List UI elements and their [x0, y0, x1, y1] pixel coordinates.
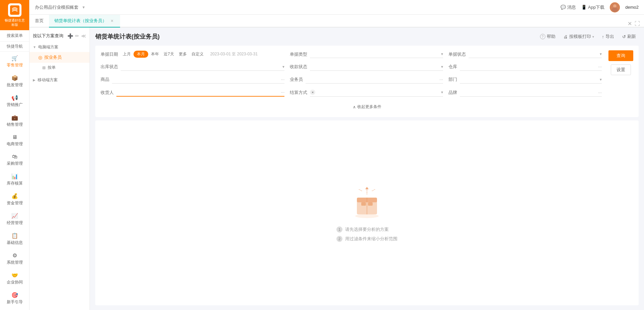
sidebar-item-retail[interactable]: 🛒 零售管理	[0, 52, 29, 71]
page-title-bar: 销货单统计表(按业务员) ? 帮助 🖨 按模板打印 ▾ ↑ 导出	[95, 32, 639, 41]
system-icon: ⚙	[12, 252, 17, 259]
sidebar-item-finance[interactable]: 💰 资金管理	[0, 190, 29, 209]
mobile-section-arrow: ▶	[33, 78, 36, 82]
topbar-right: 💬 消息 📱 App下载 demo2	[560, 2, 639, 12]
sidebar-shortcut[interactable]: 快捷导航	[0, 42, 29, 52]
left-panel: 按以下方案查询 ➕ ✏ ≪ ▼ 电脑端方案 ◎ 按业务员 ⊞ 按	[30, 28, 90, 310]
goods-label: 商品	[101, 76, 109, 83]
message-button[interactable]: 💬 消息	[560, 4, 576, 10]
sidebar-item-basic[interactable]: 📋 基础信息	[0, 229, 29, 249]
edit-scheme-button[interactable]: ✏	[75, 33, 79, 39]
user-avatar[interactable]	[610, 2, 620, 12]
finance-icon: 💰	[11, 193, 18, 199]
date-tab-this-year[interactable]: 本年	[149, 51, 161, 58]
mobile-section-title[interactable]: ▶ 移动端方案	[30, 75, 90, 85]
doc-type-dropdown[interactable]: ▾	[310, 50, 443, 58]
ship-status-dropdown[interactable]: ▾	[121, 63, 284, 71]
newguide-icon: 🎯	[11, 292, 18, 298]
window-controls: ✕ ⛶	[624, 20, 644, 27]
print-button[interactable]: 🖨 按模板打印 ▾	[561, 32, 597, 41]
brand-filter: 品牌 ···	[448, 89, 602, 97]
salesperson-input[interactable]: ···	[306, 75, 443, 84]
section-expand-arrow: ▼	[33, 45, 36, 49]
doc-type-filter: 单据类型 ▾	[290, 50, 443, 58]
desktop-section-title[interactable]: ▼ 电脑端方案	[30, 42, 90, 52]
date-filter: 单据日期 上月 本月 本年 近7天 更多 自定义 2023-03-01 至 20…	[101, 51, 284, 58]
refresh-icon: ↺	[622, 34, 626, 39]
tab-sales-stats[interactable]: 销货单统计表（按业务员） ×	[49, 15, 120, 28]
sidebar-item-appcenter[interactable]: 📱 应用中心	[0, 308, 29, 310]
ship-status-arrow: ▾	[282, 64, 284, 69]
collapse-panel-button[interactable]: ≪	[81, 33, 86, 39]
date-tab-more[interactable]: 更多	[177, 51, 189, 58]
goods-input[interactable]: ···	[112, 75, 284, 84]
breadcrumb-arrow[interactable]: ▾	[83, 5, 85, 10]
export-button[interactable]: ↑ 导出	[599, 32, 617, 41]
sidebar-item-ecommerce[interactable]: 🖥 电商管理	[0, 131, 29, 150]
sidebar-item-operations[interactable]: 📈 经营管理	[0, 209, 29, 229]
svg-rect-8	[361, 202, 366, 206]
add-scheme-button[interactable]: ➕	[67, 33, 73, 39]
settlement-label: 结算方式	[290, 90, 307, 96]
date-tab-this-month[interactable]: 本月	[133, 51, 148, 58]
payment-status-filter: 收款状态 ▾	[290, 63, 443, 71]
doc-status-dropdown[interactable]: ▾	[469, 50, 602, 58]
print-arrow-icon: ▾	[592, 35, 594, 39]
query-button[interactable]: 查询	[608, 50, 633, 61]
settings-button[interactable]: 设置	[611, 64, 631, 75]
sidebar-item-sales[interactable]: 💼 销售管理	[0, 111, 29, 131]
brand-input[interactable]: ···	[460, 89, 602, 97]
sidebar-item-system[interactable]: ⚙ 系统管理	[0, 249, 29, 269]
tab-home[interactable]: 首页	[30, 15, 49, 28]
sidebar-search[interactable]: 搜索菜单	[0, 30, 29, 42]
sidebar-item-marketing[interactable]: 📢 营销推广	[0, 91, 29, 111]
purchase-icon: 🛍	[12, 154, 17, 160]
department-dropdown[interactable]: ▾	[460, 76, 602, 84]
app-download-button[interactable]: 📱 App下载	[581, 4, 604, 10]
consignee-dots: ···	[281, 90, 284, 95]
right-panel: 销货单统计表(按业务员) ? 帮助 🖨 按模板打印 ▾ ↑ 导出	[90, 28, 644, 310]
collapse-icon: ∧	[353, 105, 356, 109]
settlement-input[interactable]: × ▾	[310, 88, 443, 97]
export-icon: ↑	[602, 34, 604, 39]
sidebar-item-enterprise[interactable]: 🤝 企业协同	[0, 269, 29, 289]
payment-status-dropdown[interactable]: ▾	[310, 63, 443, 71]
department-arrow: ▾	[600, 77, 602, 82]
sidebar-item-purchase[interactable]: 🛍 采购管理	[0, 150, 29, 170]
by-order-scheme-item[interactable]: ⊞ 按单	[30, 63, 90, 72]
consignee-input[interactable]: ···	[116, 88, 284, 97]
app-logo[interactable]: 畅捷通好生意 标版	[0, 0, 29, 30]
settlement-arrow: ▾	[441, 90, 443, 95]
refresh-button[interactable]: ↺ 刷新	[620, 32, 639, 41]
enterprise-icon: 🤝	[11, 272, 18, 278]
date-tab-custom[interactable]: 自定义	[190, 51, 206, 58]
desktop-section: ▼ 电脑端方案 ◎ 按业务员 ⊞ 按单	[30, 41, 90, 74]
date-tab-last-7days[interactable]: 近7天	[162, 51, 176, 58]
content-area: 按以下方案查询 ➕ ✏ ≪ ▼ 电脑端方案 ◎ 按业务员 ⊞ 按	[30, 28, 644, 310]
brand-dots: ···	[598, 90, 602, 95]
tab-close-button[interactable]: ×	[109, 18, 115, 23]
doc-status-filter: 单据状态 ▾	[448, 50, 602, 58]
settlement-filter: 结算方式 × ▾	[290, 88, 443, 97]
date-tabs: 上月 本月 本年 近7天 更多 自定义	[121, 51, 206, 58]
sidebar-item-newguide[interactable]: 🎯 新手引导	[0, 289, 29, 308]
sidebar-item-wholesale[interactable]: 📦 批发管理	[0, 71, 29, 91]
tabs-row: 首页 销货单统计表（按业务员） × ✕ ⛶	[30, 15, 644, 28]
svg-point-2	[613, 4, 616, 8]
help-button[interactable]: ? 帮助	[537, 32, 558, 41]
warehouse-input[interactable]: ···	[460, 63, 602, 71]
salesperson-scheme-item[interactable]: ◎ 按业务员	[30, 52, 90, 63]
result-area: 1 请先选择要分析的方案 2 用过滤条件来缩小分析范围	[95, 120, 639, 305]
collapse-button[interactable]: ∧ 收起更多条件	[349, 103, 385, 111]
window-minimize-icon[interactable]: ✕	[628, 20, 632, 27]
payment-status-label: 收款状态	[290, 64, 307, 70]
date-tab-last-month[interactable]: 上月	[121, 51, 133, 58]
svg-rect-9	[368, 202, 373, 206]
salesperson-label: 业务员	[290, 76, 303, 83]
sidebar-item-inventory[interactable]: 📊 库存核算	[0, 170, 29, 190]
goods-dots: ···	[281, 77, 284, 82]
warehouse-filter: 仓库 ···	[448, 63, 602, 71]
settlement-clear-button[interactable]: ×	[310, 90, 315, 95]
salesperson-dots: ···	[439, 77, 443, 82]
window-maximize-icon[interactable]: ⛶	[635, 21, 640, 27]
